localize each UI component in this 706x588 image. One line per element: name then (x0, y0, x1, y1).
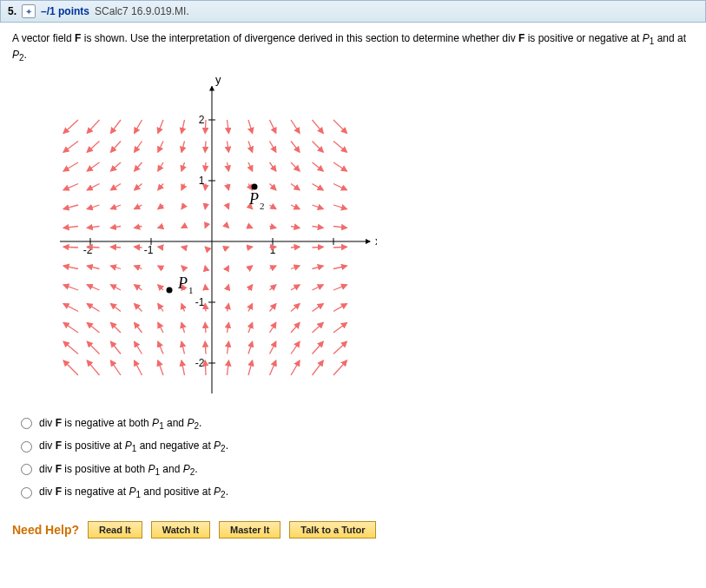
svg-text:2: 2 (199, 114, 205, 126)
svg-line-83 (158, 120, 163, 133)
svg-line-151 (291, 322, 300, 333)
svg-line-99 (205, 322, 206, 333)
vector-field-figure: -2-1112-1-2yxP1P2 (12, 72, 694, 402)
radio-option-3[interactable] (21, 464, 32, 475)
watch-it-button[interactable]: Watch It (151, 521, 210, 538)
svg-line-133 (248, 162, 253, 171)
svg-line-26 (63, 226, 78, 228)
svg-line-57 (110, 120, 121, 133)
svg-line-123 (248, 360, 253, 375)
svg-line-28 (63, 183, 78, 189)
svg-line-165 (313, 303, 324, 311)
symbol-P: P (643, 32, 650, 44)
svg-line-164 (313, 322, 324, 333)
svg-text:1: 1 (199, 175, 205, 187)
svg-line-113 (228, 303, 229, 311)
svg-line-105 (205, 205, 206, 209)
radio-option-4[interactable] (21, 487, 32, 499)
svg-line-160 (291, 141, 300, 152)
choice-option-1[interactable]: div F is negative at both P1 and P2. (12, 413, 694, 435)
svg-line-47 (110, 322, 121, 333)
question-content: A vector field F is shown. Use the inter… (0, 23, 706, 551)
svg-point-189 (252, 183, 258, 189)
svg-line-19 (63, 360, 78, 375)
svg-line-97 (205, 360, 206, 375)
svg-line-42 (87, 162, 99, 171)
svg-line-173 (313, 141, 324, 152)
svg-line-122 (228, 120, 229, 133)
svg-line-109 (205, 120, 206, 133)
svg-line-148 (270, 120, 276, 133)
svg-line-118 (228, 205, 229, 209)
choice-text: div F is negative at P1 and positive at … (39, 486, 228, 499)
svg-line-35 (87, 303, 99, 311)
svg-line-56 (110, 141, 121, 152)
svg-text:P: P (248, 190, 259, 208)
svg-line-70 (135, 120, 142, 133)
svg-line-166 (313, 285, 324, 290)
svg-line-168 (313, 247, 324, 248)
svg-line-71 (158, 360, 163, 375)
svg-line-111 (228, 341, 229, 353)
prompt-text: and at (654, 32, 686, 44)
choice-text: div F is positive at P1 and negative at … (39, 439, 228, 453)
svg-line-184 (333, 183, 346, 189)
question-number: 5. (8, 5, 16, 17)
svg-line-112 (228, 322, 229, 333)
svg-line-155 (291, 247, 300, 248)
svg-text:-2: -2 (83, 244, 93, 256)
radio-option-2[interactable] (21, 441, 32, 453)
svg-line-89 (181, 266, 184, 268)
svg-line-103 (205, 247, 206, 248)
svg-line-33 (87, 341, 99, 353)
svg-line-149 (291, 360, 300, 375)
question-prompt: A vector field F is shown. Use the inter… (12, 31, 694, 65)
prompt-text: is shown. Use the interpretation of dive… (81, 32, 518, 44)
svg-line-128 (248, 266, 253, 268)
master-it-button[interactable]: Master It (219, 521, 280, 538)
svg-line-91 (181, 226, 184, 228)
need-help-label: Need Help? (12, 523, 79, 537)
svg-line-158 (291, 183, 300, 189)
svg-line-104 (205, 226, 206, 228)
svg-line-136 (270, 360, 276, 375)
svg-line-154 (291, 266, 300, 268)
svg-line-185 (333, 162, 346, 171)
choice-option-3[interactable]: div F is positive at both P1 and P2. (12, 459, 694, 481)
svg-line-52 (110, 226, 121, 228)
radio-option-1[interactable] (21, 418, 32, 429)
svg-line-179 (333, 285, 346, 290)
svg-line-92 (181, 205, 184, 209)
svg-text:P: P (177, 274, 188, 292)
svg-line-159 (291, 162, 300, 171)
talk-to-tutor-button[interactable]: Talk to a Tutor (289, 521, 376, 538)
svg-line-175 (333, 360, 346, 375)
svg-line-157 (291, 205, 300, 209)
svg-line-114 (228, 285, 229, 290)
svg-line-137 (270, 341, 276, 353)
svg-line-59 (135, 341, 142, 353)
svg-line-107 (205, 162, 206, 171)
choice-option-4[interactable]: div F is negative at P1 and positive at … (12, 481, 694, 504)
svg-line-125 (248, 322, 253, 333)
svg-line-48 (110, 303, 121, 311)
question-reference: SCalc7 16.9.019.MI. (95, 5, 189, 17)
svg-line-61 (135, 303, 142, 311)
collapse-icon[interactable]: ✦ (22, 4, 36, 18)
svg-line-54 (110, 183, 121, 189)
read-it-button[interactable]: Read It (88, 521, 142, 538)
svg-text:1: 1 (270, 244, 276, 256)
svg-line-162 (313, 360, 324, 375)
svg-line-51 (110, 247, 121, 248)
svg-line-139 (270, 303, 276, 311)
svg-line-106 (205, 183, 206, 189)
svg-line-134 (248, 141, 253, 152)
svg-line-180 (333, 266, 346, 268)
svg-line-117 (228, 226, 229, 228)
svg-line-75 (158, 285, 163, 290)
svg-line-87 (181, 303, 184, 311)
svg-line-65 (135, 226, 142, 228)
question-header: 5. ✦ –/1 points SCalc7 16.9.019.MI. (0, 0, 706, 23)
svg-line-32 (87, 360, 99, 375)
choice-option-2[interactable]: div F is positive at P1 and negative at … (12, 435, 694, 458)
